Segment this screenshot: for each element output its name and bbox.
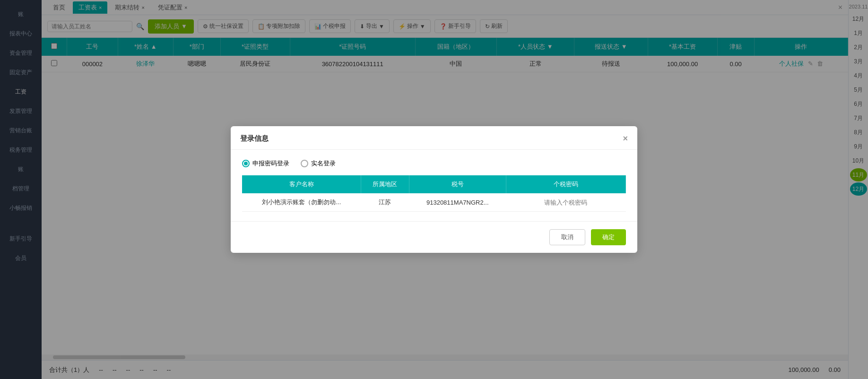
dialog-close-button[interactable]: × <box>623 134 628 144</box>
dialog-footer: 取消 确定 <box>231 221 637 253</box>
dialog-row-taxid: 91320811MA7NGR2... <box>409 193 506 212</box>
dialog-title: 登录信息 <box>240 134 269 143</box>
dialog-body: 申报密码登录 实名登录 客户名称 所属地区 税号 个税密码 <box>231 150 637 221</box>
radio-password-btn[interactable] <box>242 160 250 167</box>
tax-password-input[interactable] <box>512 199 620 206</box>
radio-realname-login[interactable]: 实名登录 <box>301 159 336 168</box>
confirm-button[interactable]: 确定 <box>591 229 626 245</box>
dialog-col-region: 所属地区 <box>361 175 409 193</box>
login-info-table: 客户名称 所属地区 税号 个税密码 刘小艳演示账套（勿删勿动... 江苏 913… <box>242 175 626 212</box>
dialog-table-row: 刘小艳演示账套（勿删勿动... 江苏 91320811MA7NGR2... <box>242 193 626 212</box>
dialog-col-password: 个税密码 <box>506 175 625 193</box>
radio-password-login[interactable]: 申报密码登录 <box>242 159 289 168</box>
dialog-overlay: 登录信息 × 申报密码登录 实名登录 客户名称 所属地区 <box>0 0 868 379</box>
dialog-col-taxid: 税号 <box>409 175 506 193</box>
dialog-row-customer: 刘小艳演示账套（勿删勿动... <box>242 193 361 212</box>
dialog-row-region: 江苏 <box>361 193 409 212</box>
dialog-row-password[interactable] <box>506 193 625 212</box>
login-info-dialog: 登录信息 × 申报密码登录 实名登录 客户名称 所属地区 <box>231 126 637 253</box>
dialog-col-customer: 客户名称 <box>242 175 361 193</box>
login-type-radio-group: 申报密码登录 实名登录 <box>242 159 626 168</box>
cancel-button[interactable]: 取消 <box>549 229 585 245</box>
dialog-header: 登录信息 × <box>231 126 637 150</box>
radio-realname-btn[interactable] <box>301 160 308 167</box>
